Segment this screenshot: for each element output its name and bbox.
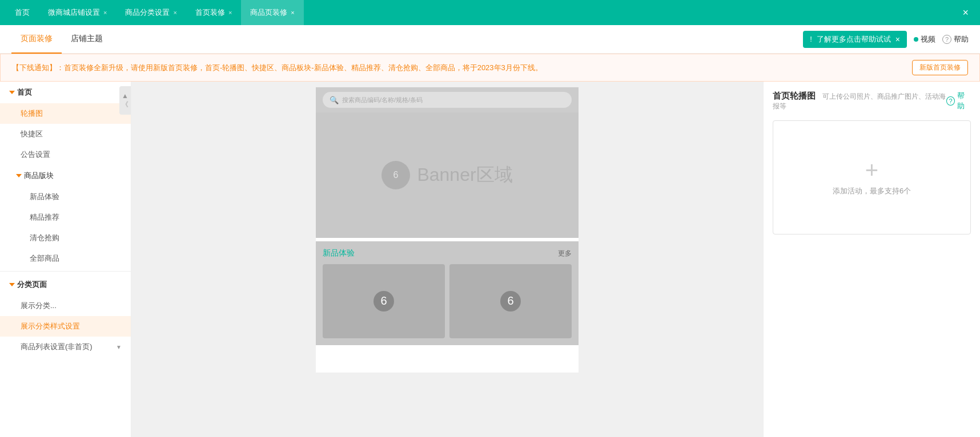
plus-icon: + <box>865 159 878 181</box>
tab-store-theme[interactable]: 店铺主题 <box>62 25 112 54</box>
triangle-down-icon <box>9 91 15 94</box>
help-banner[interactable]: ! 了解更多点击帮助试试 × <box>803 31 907 48</box>
sidebar-item-clearance[interactable]: 清仓抢购 <box>0 228 131 248</box>
banner-logo: 6 Banner区域 <box>381 161 512 189</box>
tab-page-decor[interactable]: 页面装修 <box>11 25 62 54</box>
sidebar-item-premium[interactable]: 精品推荐 <box>0 207 131 228</box>
video-dot-icon <box>914 37 918 42</box>
new-version-button[interactable]: 新版首页装修 <box>912 60 968 75</box>
sidebar-item-category-style[interactable]: 展示分类样式设置 <box>0 316 131 337</box>
add-activity-button[interactable]: + 添加活动，最多支持6个 <box>773 120 971 234</box>
svg-text:6: 6 <box>507 294 513 307</box>
right-panel-help-button[interactable]: ? 帮助 <box>946 91 971 111</box>
close-product-decor[interactable]: × <box>291 9 294 16</box>
tab-category-settings[interactable]: 商品分类设置 × <box>116 0 186 25</box>
preview-section-header: 新品体验 更多 <box>323 248 572 258</box>
sidebar-section-home[interactable]: 首页 <box>0 82 131 103</box>
chevron-left-icon: 《 <box>122 100 128 110</box>
preview-new-products-section: 新品体验 更多 6 6 <box>316 241 579 345</box>
question-circle-icon: ? <box>946 96 955 106</box>
preview-search-bar: 🔍 搜索商品编码/名称/规格/条码 <box>316 87 579 112</box>
preview-products-grid: 6 6 <box>323 264 572 338</box>
sidebar-item-new-experience[interactable]: 新品体验 <box>0 187 131 207</box>
sidebar-item-notice[interactable]: 公告设置 <box>0 144 131 165</box>
center-preview: 🔍 搜索商品编码/名称/规格/条码 6 Banner区域 <box>131 82 763 437</box>
preview-product-1: 6 <box>323 264 445 338</box>
chevron-down-icon: ▼ <box>116 344 122 350</box>
right-panel-title: 首页轮播图 <box>773 91 816 100</box>
svg-text:6: 6 <box>393 170 399 180</box>
notice-bar: 【下线通知】：首页装修全新升级，请使用新版首页装修，首页-轮播图、快捷区、商品板… <box>0 54 980 82</box>
right-panel-header: 首页轮播图 可上传公司照片、商品推广图片、活动海报等 ? 帮助 <box>773 91 971 111</box>
close-all-button[interactable]: × <box>957 7 974 19</box>
tab-store-settings[interactable]: 微商城店铺设置 × <box>39 0 116 25</box>
triangle-down-icon-3 <box>9 283 15 286</box>
tab-home[interactable]: 首页 <box>6 0 39 25</box>
tab-home-decor[interactable]: 首页装修 × <box>186 0 241 25</box>
close-help-banner[interactable]: × <box>895 35 900 44</box>
question-icon: ? <box>942 35 951 44</box>
sidebar-item-all-products[interactable]: 全部商品 <box>0 248 131 269</box>
sidebar-collapse-button[interactable]: ▲ 《 <box>119 86 131 115</box>
exclamation-icon: ! <box>810 35 812 43</box>
search-input-preview: 🔍 搜索商品编码/名称/规格/条码 <box>323 92 572 108</box>
close-category-settings[interactable]: × <box>173 9 176 16</box>
banner-text: Banner区域 <box>417 163 512 188</box>
sidebar-section-product-block[interactable]: 商品版块 <box>0 165 131 187</box>
second-toolbar: 页面装修 店铺主题 ! 了解更多点击帮助试试 × 视频 ? 帮助 <box>0 25 980 54</box>
sidebar-item-show-category[interactable]: 展示分类... <box>0 296 131 316</box>
help-button[interactable]: ? 帮助 <box>942 34 969 44</box>
right-panel-title-group: 首页轮播图 可上传公司照片、商品推广图片、活动海报等 <box>773 91 946 111</box>
notice-text: 【下线通知】：首页装修全新升级，请使用新版首页装修，首页-轮播图、快捷区、商品板… <box>12 63 906 73</box>
close-store-settings[interactable]: × <box>103 9 107 16</box>
add-activity-label: 添加活动，最多支持6个 <box>833 186 911 196</box>
preview-banner: 6 Banner区域 <box>316 112 579 238</box>
triangle-down-icon-2 <box>16 174 22 177</box>
video-button[interactable]: 视频 <box>914 34 935 44</box>
top-navigation: 首页 微商城店铺设置 × 商品分类设置 × 首页装修 × 商品页装修 × × <box>0 0 980 25</box>
svg-text:6: 6 <box>380 294 387 307</box>
preview-product-2: 6 <box>449 264 572 338</box>
main-layout: ▲ 《 首页 轮播图 快捷区 公告设置 商品版块 新品体验 精品推荐 清仓抢购 <box>0 82 980 437</box>
search-icon-preview: 🔍 <box>330 96 339 104</box>
tab-product-decor[interactable]: 商品页装修 × <box>241 0 303 25</box>
chevron-up-icon: ▲ <box>122 92 128 100</box>
brand-icon: 6 <box>381 161 410 189</box>
close-home-decor[interactable]: × <box>228 9 232 16</box>
sidebar-item-product-list[interactable]: 商品列表设置(非首页) ▼ <box>0 337 131 357</box>
preview-phone: 🔍 搜索商品编码/名称/规格/条码 6 Banner区域 <box>316 87 579 373</box>
sidebar-item-banner[interactable]: 轮播图 <box>0 103 131 124</box>
sidebar: ▲ 《 首页 轮播图 快捷区 公告设置 商品版块 新品体验 精品推荐 清仓抢购 <box>0 82 131 437</box>
sidebar-section-category[interactable]: 分类页面 <box>0 274 131 296</box>
sidebar-item-shortcuts[interactable]: 快捷区 <box>0 124 131 144</box>
preview-section-more: 更多 <box>558 249 572 258</box>
preview-section-title: 新品体验 <box>323 248 355 258</box>
right-panel: 首页轮播图 可上传公司照片、商品推广图片、活动海报等 ? 帮助 + 添加活动，最… <box>763 82 980 437</box>
